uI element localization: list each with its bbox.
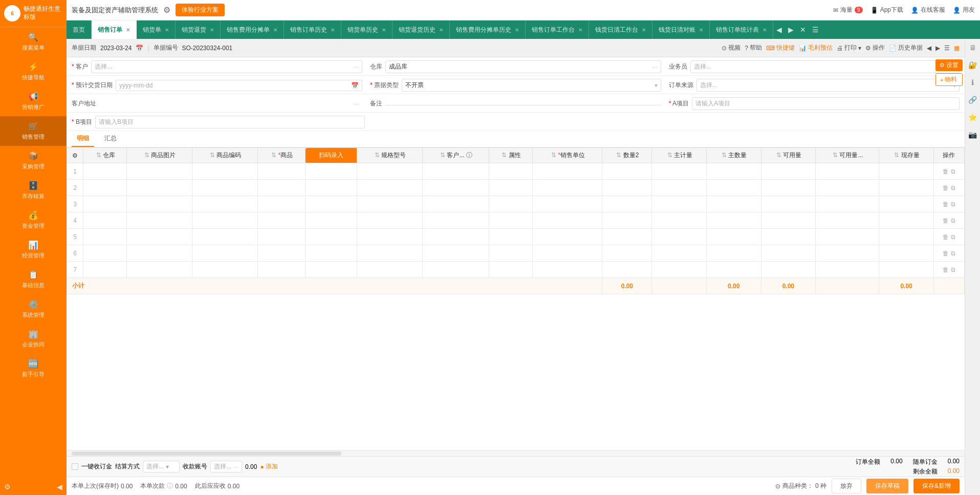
sidebar-item-finance[interactable]: 💰 资金管理: [0, 205, 67, 235]
tab-sales-bill-history[interactable]: 销货单历史 ✕: [341, 20, 393, 39]
payment-account-select[interactable]: 选择... ···: [210, 461, 242, 472]
addrow-quick-btn[interactable]: + 物料: [935, 73, 963, 86]
tab-close-icon[interactable]: ✕: [165, 27, 169, 33]
copy-row-icon[interactable]: ⧉: [951, 168, 955, 175]
tab-daily-reconcile[interactable]: 钱货日清对账 ✕: [652, 20, 710, 39]
sidebar-item-marketing[interactable]: 📢 营销推广: [0, 87, 67, 116]
col-settings[interactable]: ⚙: [67, 148, 83, 163]
delivery-input[interactable]: yyyy-mm-dd 📅: [116, 80, 362, 91]
tab-close-icon[interactable]: ✕: [699, 27, 703, 33]
tab-close-icon[interactable]: ✕: [763, 27, 767, 33]
row-main-qty-1[interactable]: [707, 163, 761, 180]
user-item[interactable]: 👤 用友: [953, 6, 975, 14]
info-panel-icon[interactable]: ℹ: [969, 76, 976, 89]
preview-btn[interactable]: ⊙ 视频: [722, 44, 741, 52]
collapse-sidebar-icon[interactable]: ◀: [57, 483, 62, 491]
tab-expense-history[interactable]: 销售费用分摊单历史 ✕: [450, 20, 526, 39]
copy-row-icon[interactable]: ⧉: [951, 201, 955, 208]
save-new-button[interactable]: 保存&新增: [913, 479, 960, 493]
star-panel-icon[interactable]: ⭐: [966, 111, 979, 123]
tab-order-workbench[interactable]: 销售订单工作台 ✕: [526, 20, 589, 39]
tab-sales-return[interactable]: 销货退货 ✕: [176, 20, 221, 39]
col-scan[interactable]: 扫码录入: [306, 148, 357, 163]
remarks-input[interactable]: [385, 102, 661, 105]
horizontal-scrollbar[interactable]: [67, 450, 965, 456]
card-view-btn[interactable]: ▦: [954, 45, 960, 52]
sidebar-item-system[interactable]: ⚙️ 系统管理: [0, 294, 67, 324]
tab-close-icon[interactable]: ✕: [273, 27, 277, 33]
warehouse-more-icon[interactable]: ···: [652, 63, 658, 71]
row-main-unit-1[interactable]: [652, 163, 707, 180]
invoice-input[interactable]: 不开票 ▾: [402, 79, 661, 92]
tab-close-icon[interactable]: ✕: [210, 27, 214, 33]
tab-daily-workbench[interactable]: 钱货日清工作台 ✕: [589, 20, 652, 39]
sidebar-item-enterprise[interactable]: 🏢 企业协同: [0, 324, 67, 354]
history-btn[interactable]: 📄 历史单据: [889, 44, 923, 52]
industry-solution-button[interactable]: 体验行业方案: [176, 4, 225, 16]
sidebar-item-sales[interactable]: 🛒 销售管理: [0, 116, 67, 146]
tab-close-all-button[interactable]: ✕: [797, 20, 809, 39]
sidebar-item-quick-nav[interactable]: ⚡ 快捷导航: [0, 57, 67, 87]
customer-input[interactable]: 选择... ···: [91, 60, 362, 73]
tab-close-icon[interactable]: ✕: [642, 27, 646, 33]
tab-close-icon[interactable]: ✕: [515, 27, 519, 33]
shortcuts-btn[interactable]: ⌨ 快捷键: [766, 44, 795, 52]
tab-close-icon[interactable]: ✕: [578, 27, 582, 33]
tab-close-icon[interactable]: ✕: [331, 27, 335, 33]
online-service-item[interactable]: 👤 在线客服: [911, 6, 945, 14]
delete-row-icon[interactable]: 🗑: [943, 217, 949, 224]
help-btn[interactable]: ? 帮助: [745, 44, 762, 52]
delete-row-icon[interactable]: 🗑: [943, 168, 949, 175]
tab-sales-order[interactable]: 销售订单 ✕: [92, 20, 137, 39]
operations-btn[interactable]: ⚙ 操作: [865, 44, 885, 52]
customer-more-icon[interactable]: ···: [354, 63, 359, 71]
row-scan-1[interactable]: [306, 163, 357, 180]
row-product-1[interactable]: [257, 163, 306, 180]
tab-home[interactable]: 首页: [67, 20, 92, 39]
b-project-input[interactable]: 请输入B项目: [95, 116, 365, 128]
tab-next-button[interactable]: ▶: [785, 20, 797, 39]
sidebar-item-base-info[interactable]: 📋 基础信息: [0, 265, 67, 294]
row-avail2-1[interactable]: [816, 163, 879, 180]
tab-menu-button[interactable]: ☰: [809, 20, 822, 39]
copy-row-icon[interactable]: ⧉: [951, 184, 955, 191]
nav-prev-btn[interactable]: ◀: [927, 45, 931, 52]
row-warehouse-2[interactable]: [83, 180, 127, 196]
tab-sales-bill[interactable]: 销货单 ✕: [137, 20, 176, 39]
row-warehouse-1[interactable]: [83, 163, 127, 180]
payment-method-select[interactable]: 选择...▾: [143, 461, 180, 472]
system-settings-icon[interactable]: ⚙: [163, 5, 170, 15]
row-cust-code-1[interactable]: [422, 163, 489, 180]
sidebar-item-purchase[interactable]: 📦 采购管理: [0, 146, 67, 176]
address-more-icon[interactable]: ···: [354, 100, 359, 107]
copy-row-icon[interactable]: ⧉: [951, 266, 955, 273]
a-project-input[interactable]: 请输入A项目: [692, 97, 960, 110]
app-download-item[interactable]: 📱 App下载: [870, 6, 903, 14]
one-click-checkbox[interactable]: [72, 463, 78, 470]
row-attr-1[interactable]: [489, 163, 532, 180]
calendar-delivery-icon[interactable]: 📅: [351, 82, 359, 89]
tab-close-icon[interactable]: ✕: [439, 27, 443, 33]
order-source-input[interactable]: 选择... ▾: [696, 79, 960, 92]
row-qty2-1[interactable]: [602, 163, 652, 180]
delete-row-icon[interactable]: 🗑: [943, 266, 949, 273]
delete-row-icon[interactable]: 🗑: [943, 201, 949, 208]
sidebar-item-guide[interactable]: 🆕 新手引导: [0, 354, 67, 383]
scanner-panel-icon[interactable]: 📷: [966, 128, 979, 141]
sidebar-item-inventory[interactable]: 🗄️ 库存核算: [0, 176, 67, 205]
row-avail1-1[interactable]: [761, 163, 816, 180]
tab-order-stats[interactable]: 销售订单统计表 ✕: [710, 20, 773, 39]
tab-close-icon[interactable]: ✕: [382, 27, 386, 33]
link-panel-icon[interactable]: 🔗: [966, 94, 979, 106]
detail-tab-summary[interactable]: 汇总: [99, 131, 122, 147]
delete-row-icon[interactable]: 🗑: [943, 184, 949, 191]
discard-button[interactable]: 放弃: [832, 479, 861, 493]
row-stock-1[interactable]: [879, 163, 934, 180]
tab-close-icon[interactable]: ✕: [126, 27, 130, 33]
tab-return-history[interactable]: 销货退货历史 ✕: [393, 20, 450, 39]
sidebar-item-search[interactable]: 🔍 搜索菜单: [0, 27, 67, 57]
detail-tab-detail[interactable]: 明细: [72, 131, 94, 147]
messages-item[interactable]: ✉ 海量 9: [833, 6, 863, 14]
copy-row-icon[interactable]: ⧉: [951, 233, 955, 241]
settings-bottom-icon[interactable]: ⚙: [4, 483, 11, 491]
